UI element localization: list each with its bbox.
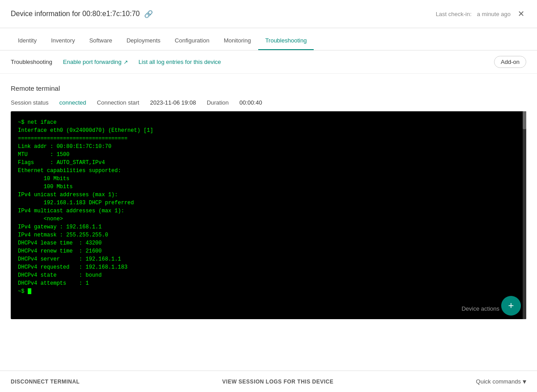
terminal-scrollbar-thumb bbox=[523, 111, 526, 129]
session-info: Session status connected Connection star… bbox=[11, 99, 526, 106]
tabs-container: Identity Inventory Software Deployments … bbox=[0, 32, 537, 51]
last-checkin-label: Last check-in: bbox=[436, 11, 472, 17]
fab-button[interactable]: + bbox=[501, 296, 521, 316]
sub-nav: Troubleshooting Enable port forwarding ↗… bbox=[0, 51, 537, 74]
tab-deployments[interactable]: Deployments bbox=[119, 32, 168, 50]
header-right: Last check-in: a minute ago ✕ bbox=[436, 7, 526, 21]
tab-configuration[interactable]: Configuration bbox=[168, 32, 217, 50]
tab-monitoring[interactable]: Monitoring bbox=[217, 32, 258, 50]
session-status-value: connected bbox=[60, 99, 86, 106]
device-title: Device information for 00:80:e1:7c:10:70 bbox=[11, 10, 140, 18]
duration-value: 00:00:40 bbox=[239, 99, 262, 106]
tab-troubleshooting[interactable]: Troubleshooting bbox=[258, 32, 314, 50]
list-log-entries-link[interactable]: List all log entries for this device bbox=[139, 57, 221, 67]
list-log-entries-label: List all log entries for this device bbox=[139, 59, 221, 65]
close-button[interactable]: ✕ bbox=[516, 7, 526, 21]
enable-port-forwarding-label: Enable port forwarding bbox=[63, 59, 122, 65]
external-link-icon: ↗ bbox=[124, 59, 128, 65]
connection-start-label: Connection start bbox=[97, 99, 140, 106]
connection-start-value: 2023-11-06 19:08 bbox=[150, 99, 196, 106]
main-content: Remote terminal Session status connected… bbox=[0, 74, 537, 319]
header-left: Device information for 00:80:e1:7c:10:70… bbox=[11, 10, 153, 18]
terminal-scrollbar[interactable] bbox=[523, 111, 526, 319]
duration-label: Duration bbox=[207, 99, 229, 106]
session-status-label: Session status bbox=[11, 99, 49, 106]
remote-terminal-title: Remote terminal bbox=[11, 84, 526, 92]
terminal-wrapper: ~$ net ifaceInterface eth0 (0x24000d70) … bbox=[11, 111, 526, 319]
add-on-button[interactable]: Add-on bbox=[494, 56, 526, 68]
tab-inventory[interactable]: Inventory bbox=[44, 32, 82, 50]
enable-port-forwarding-link[interactable]: Enable port forwarding ↗ bbox=[63, 57, 128, 67]
tab-software[interactable]: Software bbox=[82, 32, 119, 50]
tab-identity[interactable]: Identity bbox=[11, 32, 44, 50]
device-actions-label: Device actions bbox=[461, 305, 499, 312]
link-icon[interactable]: 🔗 bbox=[144, 10, 153, 18]
sub-nav-current: Troubleshooting bbox=[11, 57, 52, 67]
last-checkin-value: a minute ago bbox=[477, 11, 511, 17]
header: Device information for 00:80:e1:7c:10:70… bbox=[0, 0, 537, 28]
terminal[interactable]: ~$ net ifaceInterface eth0 (0x24000d70) … bbox=[11, 111, 526, 319]
